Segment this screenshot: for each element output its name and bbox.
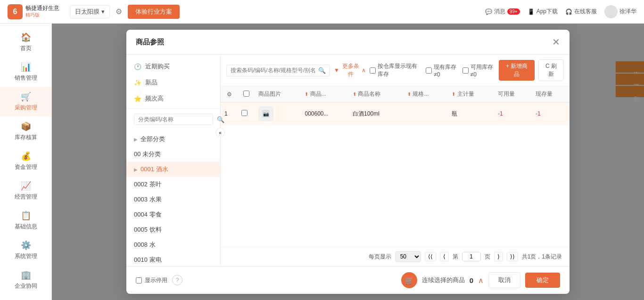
cat-all[interactable]: ▶ 全部分类 xyxy=(126,132,220,147)
modal-overlay: 商品参照 ✕ 🕐 近期购买 ✨ 新品 xyxy=(52,24,644,300)
checkbox-warehouse-label[interactable]: 按仓库显示现有库存 xyxy=(378,62,422,78)
sidebar-item-guide[interactable]: 🎯 新手引导 xyxy=(0,295,51,300)
last-page-button[interactable]: ⟩⟩ xyxy=(507,252,518,261)
th-stock: 现存量 xyxy=(532,86,570,102)
checkbox-stock-nonzero-input[interactable] xyxy=(426,67,432,74)
per-page-label: 每页显示 xyxy=(369,253,391,261)
sidebar-item-enterprise[interactable]: 🏢 企业协同 xyxy=(0,265,51,295)
sidebar-item-purchase[interactable]: 🛒 采购管理 xyxy=(0,87,51,117)
page-label: 第 xyxy=(453,253,458,261)
show-disabled-group: 显示停用 xyxy=(136,276,167,284)
finance-icon: 💰 xyxy=(21,151,31,161)
basic-icon: 📋 xyxy=(21,210,31,221)
modal-close-button[interactable]: ✕ xyxy=(552,36,560,48)
cat-snacks[interactable]: 0004 零食 xyxy=(126,207,220,222)
purchase-icon: 🛒 xyxy=(21,92,31,102)
cat-fruit[interactable]: 0003 水果 xyxy=(126,192,220,207)
row-select-checkbox[interactable] xyxy=(241,110,248,116)
new-product-item[interactable]: ✨ 新品 xyxy=(126,75,220,91)
row-code: 000600... xyxy=(301,102,349,125)
inventory-icon: 📦 xyxy=(21,121,31,132)
cart-button[interactable]: 🛒 xyxy=(401,272,417,288)
category-search-input[interactable] xyxy=(134,114,213,125)
page-number-input[interactable] xyxy=(462,252,481,261)
product-thumbnail: 📷 xyxy=(258,106,273,121)
per-page-select[interactable]: 50 100 xyxy=(395,251,421,262)
help-icon[interactable]: ? xyxy=(172,275,182,285)
sidebar-item-home[interactable]: 🏠 首页 xyxy=(0,27,51,57)
settings-button[interactable]: ⚙ xyxy=(116,7,122,16)
search-icon[interactable]: 🔍 xyxy=(318,67,326,74)
experience-button[interactable]: 体验行业方案 xyxy=(128,5,180,19)
product-table: ⚙ 商品图片 ⬆ 商品... ⬆ xyxy=(221,86,570,247)
logo-icon: 6 xyxy=(8,4,23,19)
message-icon: 💬 xyxy=(485,8,492,15)
message-item[interactable]: 💬 消息 99+ xyxy=(485,8,520,16)
th-name[interactable]: ⬆ 商品名称 xyxy=(349,86,404,102)
th-unit[interactable]: ⬆ 主计量 xyxy=(448,86,494,102)
message-badge: 99+ xyxy=(507,8,520,15)
first-page-button[interactable]: ⟨⟨ xyxy=(425,252,436,261)
checkbox-stock-nonzero-label[interactable]: 现有库存≠0 xyxy=(434,63,458,78)
next-page-button[interactable]: ⟩ xyxy=(494,252,503,261)
checkbox-warehouse: 按仓库显示现有库存 xyxy=(370,62,422,78)
system-icon: ⚙️ xyxy=(21,240,31,250)
collapse-button[interactable]: « xyxy=(215,128,225,137)
sort-icon: ⬆ xyxy=(305,92,308,97)
recent-purchase-item[interactable]: 🕐 近期购买 xyxy=(126,58,220,75)
th-code[interactable]: ⬆ 商品... xyxy=(301,86,349,102)
online-service-item[interactable]: 🎧 在线客服 xyxy=(565,8,597,16)
cat-liquor[interactable]: ▶ 0001 酒水 xyxy=(126,162,220,177)
cat-appliance[interactable]: 0010 家电 xyxy=(126,252,220,262)
more-filter-button[interactable]: ▼ 更多条件 ∧ xyxy=(334,62,366,78)
cat-uncategorized[interactable]: 00 未分类 xyxy=(126,147,220,162)
sidebar-item-sales[interactable]: 📊 销售管理 xyxy=(0,57,51,87)
sidebar-label-finance: 资金管理 xyxy=(15,163,37,171)
search-icon[interactable]: 🔍 xyxy=(217,116,224,123)
star-icon: ⭐ xyxy=(134,95,141,102)
table-row[interactable]: 1 📷 000600... 白酒100ml xyxy=(221,102,570,125)
add-product-button[interactable]: + 新增商品 xyxy=(499,60,535,81)
cat-beverage[interactable]: 0005 饮料 xyxy=(126,222,220,237)
cat-tea[interactable]: 0002 茶叶 xyxy=(126,177,220,192)
cancel-button[interactable]: 取消 xyxy=(488,272,520,288)
new-icon: ✨ xyxy=(134,79,141,86)
phone-icon: 📱 xyxy=(528,8,535,15)
show-disabled-checkbox[interactable] xyxy=(136,277,142,283)
refresh-button[interactable]: C 刷新 xyxy=(538,59,564,81)
user-profile[interactable]: 徐泽华 xyxy=(604,5,636,18)
sidebar-item-finance[interactable]: 💰 资金管理 xyxy=(0,146,51,176)
home-icon: 🏠 xyxy=(21,32,31,42)
modal-title: 商品参照 xyxy=(136,38,164,47)
product-search-box: 🔍 xyxy=(226,65,330,76)
prev-page-button[interactable]: ⟨ xyxy=(440,252,449,261)
sidebar-item-system[interactable]: ⚙️ 系统管理 xyxy=(0,235,51,265)
row-image: 📷 xyxy=(255,102,301,125)
app-download-item[interactable]: 📱 App下载 xyxy=(528,8,558,16)
sidebar-item-basic[interactable]: 📋 基础信息 xyxy=(0,206,51,235)
logo-text: 畅捷通好生意 精巧版 xyxy=(25,5,59,19)
cat-water[interactable]: 0008 水 xyxy=(126,237,220,252)
sidebar-item-business[interactable]: 📈 经营管理 xyxy=(0,176,51,206)
frequent-item[interactable]: ⭐ 频次高 xyxy=(126,91,220,107)
sidebar-label-enterprise: 企业协同 xyxy=(15,282,37,290)
recent-icon: 🕐 xyxy=(134,63,141,70)
sidebar-item-inventory[interactable]: 📦 库存核算 xyxy=(0,117,51,146)
th-settings[interactable]: ⚙ xyxy=(221,86,238,102)
checkbox-available-nonzero-input[interactable] xyxy=(462,67,469,74)
business-icon: 📈 xyxy=(21,181,31,191)
nav-selector[interactable]: 日太阳膜 ▾ xyxy=(70,5,110,18)
nav-right: 💬 消息 99+ 📱 App下载 🎧 在线客服 徐泽华 xyxy=(485,5,636,18)
collapse-up-icon[interactable]: ∧ xyxy=(478,276,484,285)
show-disabled-label[interactable]: 显示停用 xyxy=(145,276,167,284)
th-spec[interactable]: ⬆ 规格... xyxy=(404,86,448,102)
select-all-checkbox[interactable] xyxy=(243,91,249,97)
checkbox-warehouse-input[interactable] xyxy=(370,67,376,74)
checkbox-available-nonzero-label[interactable]: 可用库存≠0 xyxy=(471,63,495,78)
page-unit: 页 xyxy=(485,253,490,261)
category-tree: ▶ 全部分类 00 未分类 ▶ 0001 酒水 0002 茶 xyxy=(126,128,220,262)
chevron-down-icon: ▾ xyxy=(101,8,105,15)
confirm-button[interactable]: 确定 xyxy=(525,273,560,288)
product-search-input[interactable] xyxy=(231,67,315,74)
modal-left-panel: 🕐 近期购买 ✨ 新品 ⭐ 频次高 xyxy=(126,55,221,266)
